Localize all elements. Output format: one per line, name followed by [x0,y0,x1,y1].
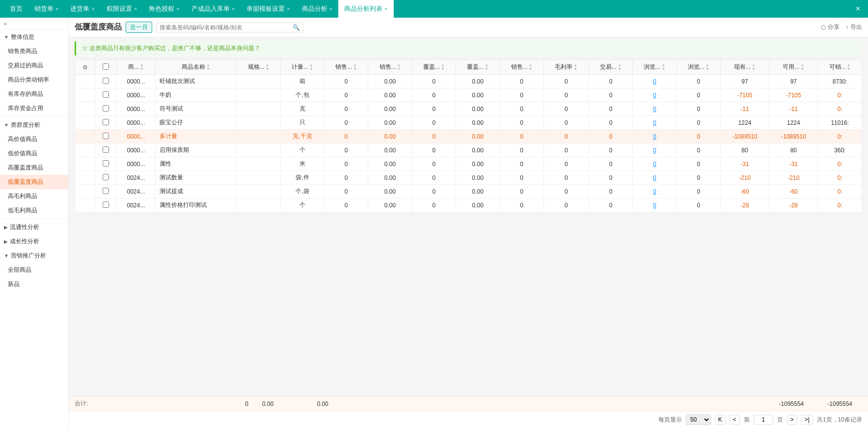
row-select-checkbox[interactable] [103,119,109,125]
name-sort-arrows[interactable]: ▲▼ [206,63,210,71]
sidebar-section-growth[interactable]: ▶ 成长性分析 [0,234,68,249]
th-sellable[interactable]: 可销...▲▼ [818,60,862,75]
sidebar-item-category-velocity[interactable]: 商品分类动销率 [0,73,68,87]
prev-page-button[interactable]: < [730,415,740,425]
browse-link[interactable]: 0 [653,161,656,168]
row-select-checkbox[interactable] [103,160,109,167]
window-close-button[interactable]: × [852,4,864,13]
sellable-sort-arrows[interactable]: ▲▼ [847,63,851,71]
sidebar-section-group-analysis[interactable]: ▼ 类群度分析 [0,118,68,132]
row-browse1[interactable]: 0 [633,157,677,171]
th-sales1[interactable]: 销售...▲▼ [325,60,368,75]
nav-product-analysis-list-close[interactable]: × [384,6,387,12]
spec-sort-arrows[interactable]: ▲▼ [266,63,270,71]
nav-permissions[interactable]: 权限设置 × [101,0,143,18]
nav-sales-order[interactable]: 销货单 × [28,0,64,18]
nav-purchase-order-close[interactable]: × [91,6,94,12]
th-cover2[interactable]: 覆盖...▲▼ [456,60,500,75]
th-sales2[interactable]: 销售...▲▼ [368,60,412,75]
next-page-button[interactable]: > [787,415,797,425]
nav-purchase-order[interactable]: 进货单 × [64,0,100,18]
sales1-sort-arrows[interactable]: ▲▼ [353,63,357,71]
browse-link[interactable]: 0 [653,147,656,154]
nav-product-analysis[interactable]: 商品分析 × [296,0,338,18]
browse-link[interactable]: 0 [653,119,656,126]
sidebar-item-in-stock[interactable]: 有库存的商品 [0,87,68,101]
row-select-checkbox[interactable] [103,105,109,112]
sidebar-section-circulation[interactable]: ▶ 流通性分析 [0,220,68,234]
row-select-checkbox[interactable] [103,174,109,180]
th-browse2[interactable]: 浏览...▲▼ [677,60,720,75]
sales3-sort-arrows[interactable]: ▲▼ [529,63,533,71]
row-browse1[interactable]: 0 [633,75,677,88]
sidebar-section-overall[interactable]: ▼ 整体信息 [0,30,68,44]
browse-link[interactable]: 0 [653,92,656,99]
browse-link[interactable]: 0 [653,202,656,209]
nav-role-auth-close[interactable]: × [176,6,179,12]
cover1-sort-arrows[interactable]: ▲▼ [441,63,445,71]
browse2-sort-arrows[interactable]: ▲▼ [705,63,709,71]
sidebar-section-marketing[interactable]: ▼ 营销推广分析 [0,249,68,263]
table-container[interactable]: ⚙ 商...▲▼ 商品名称▲▼ 规格...▲▼ 计量...▲▼ 销售...▲▼ … [69,59,868,396]
current-sort-arrows[interactable]: ▲▼ [752,63,756,71]
row-checkbox[interactable] [95,116,117,130]
available-sort-arrows[interactable]: ▲▼ [800,63,804,71]
browse-link[interactable]: 0 [653,78,656,85]
sidebar-item-low-coverage[interactable]: 低覆盖度商品 [0,175,68,189]
th-name[interactable]: 商品名称▲▼ [155,60,237,75]
row-checkbox[interactable] [95,199,117,212]
browse1-sort-arrows[interactable]: ▲▼ [661,63,665,71]
row-checkbox[interactable] [95,88,117,102]
sidebar-collapse-btn[interactable]: « [4,21,7,27]
browse-link[interactable]: 0 [653,174,656,181]
sidebar-item-low-margin[interactable]: 低毛利商品 [0,203,68,218]
row-checkbox[interactable] [95,130,117,143]
th-code[interactable]: 商...▲▼ [117,60,156,75]
select-all-checkbox[interactable] [103,63,109,70]
sidebar-item-traded-products[interactable]: 交易过的商品 [0,58,68,73]
row-browse1[interactable]: 0 [633,102,677,116]
row-checkbox[interactable] [95,171,117,185]
sidebar-item-high-value[interactable]: 高价值商品 [0,132,68,146]
nav-product-storage[interactable]: 产成品入库单 × [186,0,241,18]
nav-template-settings-close[interactable]: × [287,6,290,12]
unit-sort-arrows[interactable]: ▲▼ [309,63,313,71]
th-trade[interactable]: 交易...▲▼ [589,60,632,75]
sales2-sort-arrows[interactable]: ▲▼ [397,63,401,71]
th-sales3[interactable]: 销售...▲▼ [500,60,543,75]
nav-product-analysis-list[interactable]: 商品分析列表 × [338,0,393,18]
th-spec[interactable]: 规格...▲▼ [237,60,280,75]
search-input[interactable] [160,24,293,31]
row-checkbox[interactable] [95,102,117,116]
row-checkbox[interactable] [95,143,117,157]
page-number-input[interactable] [754,415,773,425]
th-unit[interactable]: 计量...▲▼ [280,60,324,75]
nav-role-auth[interactable]: 角色授权 × [143,0,185,18]
row-select-checkbox[interactable] [103,91,109,98]
row-browse1[interactable]: 0 [633,199,677,212]
nav-sales-order-close[interactable]: × [55,6,58,12]
th-cover1[interactable]: 覆盖...▲▼ [412,60,456,75]
th-settings[interactable]: ⚙ [75,60,95,75]
th-available[interactable]: 可用...▲▼ [769,60,818,75]
time-filter-button[interactable]: 近一月 [126,22,152,33]
search-icon[interactable]: 🔍 [293,24,300,31]
th-current[interactable]: 现有...▲▼ [720,60,769,75]
row-select-checkbox[interactable] [103,78,109,84]
row-browse1[interactable]: 0 [633,171,677,185]
settings-icon[interactable]: ⚙ [82,64,88,71]
share-button[interactable]: ⬡ 分享 [821,23,840,31]
browse-link[interactable]: 0 [653,133,656,140]
sidebar-item-new-products[interactable]: 新品 [0,277,68,291]
row-browse1[interactable]: 0 [633,143,677,157]
sidebar-item-high-margin[interactable]: 高毛利商品 [0,189,68,203]
code-sort-arrows[interactable]: ▲▼ [140,63,144,71]
nav-template-settings[interactable]: 单据模板设置 × [241,0,296,18]
row-select-checkbox[interactable] [103,133,109,139]
nav-product-storage-close[interactable]: × [232,6,235,12]
row-select-checkbox[interactable] [103,201,109,208]
export-button[interactable]: ↑ 导出 [845,23,862,31]
sidebar-item-sales-products[interactable]: 销售类商品 [0,44,68,58]
last-page-button[interactable]: >| [801,415,813,425]
row-checkbox[interactable] [95,157,117,171]
